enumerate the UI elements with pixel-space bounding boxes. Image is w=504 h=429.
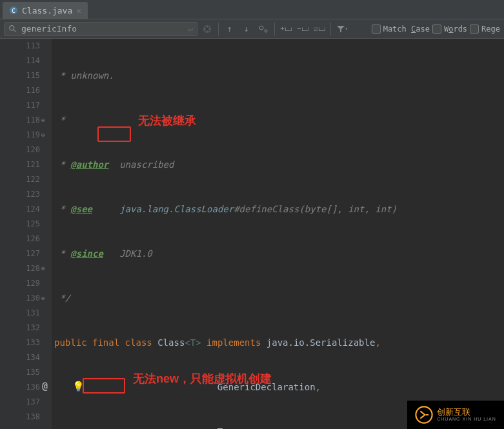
add-selection-icon[interactable]: +⌴	[279, 22, 293, 36]
words-label: Words	[444, 25, 467, 34]
line-number: 136	[0, 380, 40, 395]
svg-line-3	[14, 29, 16, 32]
line-number: 116	[0, 83, 40, 98]
match-case-label: Match Case	[383, 25, 430, 34]
watermark-text: 创新互联	[437, 408, 496, 417]
enter-icon: ↵	[188, 24, 193, 34]
override-icon[interactable]: @	[42, 379, 48, 394]
clear-find-icon[interactable]	[200, 22, 214, 36]
line-number: 126	[0, 232, 40, 246]
tab-bar: C Class.java ×	[0, 0, 504, 19]
file-tab[interactable]: C Class.java ×	[3, 2, 88, 19]
line-number: 124	[0, 202, 40, 217]
select-all-icon[interactable]	[256, 22, 270, 36]
annotation-text: 无法new，只能虚拟机创建	[133, 372, 272, 386]
fold-icon[interactable]: ⊖	[41, 261, 45, 276]
file-tab-label: Class.java	[22, 6, 72, 15]
filter-icon[interactable]: ▾	[335, 22, 349, 36]
line-number: 121	[0, 157, 40, 172]
annotation-box	[97, 126, 131, 142]
checkbox-icon	[470, 25, 479, 34]
line-number: 123	[0, 187, 40, 202]
checkbox-icon	[432, 25, 441, 34]
line-number-gutter: ⊖ ⊖ ⊖ ⊖ 113 114 115 116 117 118 119 120 …	[0, 39, 52, 429]
svg-point-5	[259, 26, 263, 30]
svg-text:C: C	[12, 8, 15, 14]
line-number: 118	[0, 113, 40, 128]
code-area[interactable]: * unknown. * * @author unascribed * @see…	[52, 39, 504, 429]
line-number: 129	[0, 276, 40, 291]
separator	[274, 23, 275, 35]
checkbox-icon	[372, 25, 381, 34]
line-number: 134	[0, 350, 40, 365]
line-number: 130	[0, 291, 40, 306]
line-number: 127	[0, 246, 40, 261]
find-input-wrapper: ↵	[4, 22, 197, 36]
line-number: 114	[0, 54, 40, 68]
separator	[330, 23, 331, 35]
java-class-icon: C	[9, 6, 18, 15]
fold-icon[interactable]: ⊖	[41, 113, 45, 128]
watermark-subtext: CHUANG XIN HU LIAN	[437, 417, 496, 422]
prev-match-icon[interactable]: ↑	[223, 22, 237, 36]
find-input[interactable]	[21, 24, 184, 34]
code-text: *	[54, 115, 65, 125]
line-number: 138	[0, 410, 40, 424]
line-number: 133	[0, 335, 40, 350]
editor: ⊖ ⊖ ⊖ ⊖ 113 114 115 116 117 118 119 120 …	[0, 39, 504, 429]
code-text: * unknown.	[54, 70, 114, 81]
watermark: 创新互联 CHUANG XIN HU LIAN	[407, 401, 504, 429]
regex-checkbox[interactable]: Rege	[470, 25, 500, 34]
match-case-checkbox[interactable]: Match Case	[372, 25, 430, 34]
remove-selection-icon[interactable]: −⌴	[296, 22, 310, 36]
line-number: 135	[0, 365, 40, 380]
code-text: */	[54, 293, 70, 303]
line-number: 125	[0, 217, 40, 232]
watermark-logo-icon	[415, 406, 433, 424]
annotation-box	[83, 378, 125, 394]
search-icon	[8, 25, 17, 34]
fold-icon[interactable]: ⊖	[41, 128, 45, 143]
line-number: 131	[0, 306, 40, 321]
separator	[218, 23, 219, 35]
line-number: 119	[0, 128, 40, 143]
regex-label: Rege	[481, 25, 500, 34]
find-bar: ↵ ↑ ↓ +⌴ −⌴ ☑⌴ ▾ Match Case Words Rege	[0, 19, 504, 39]
line-number: 128	[0, 261, 40, 276]
fold-icon[interactable]: ⊖	[41, 291, 45, 306]
next-match-icon[interactable]: ↓	[239, 22, 254, 36]
line-number: 117	[0, 98, 40, 113]
svg-point-2	[10, 25, 14, 30]
annotation-text: 无法被继承	[138, 114, 196, 128]
line-number: 122	[0, 172, 40, 187]
line-number: 113	[0, 39, 40, 54]
line-number: 115	[0, 68, 40, 83]
svg-point-6	[265, 30, 267, 32]
close-tab-icon[interactable]: ×	[76, 6, 81, 15]
line-number: 120	[0, 143, 40, 157]
words-checkbox[interactable]: Words	[432, 25, 467, 34]
line-number: 132	[0, 321, 40, 335]
select-occurrences-icon[interactable]: ☑⌴	[312, 22, 327, 36]
line-number: 137	[0, 395, 40, 410]
